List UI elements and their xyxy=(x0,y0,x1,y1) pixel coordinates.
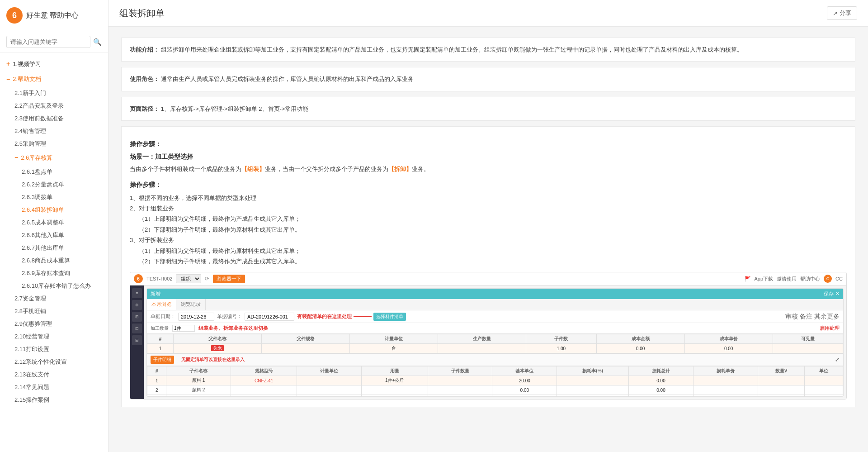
refresh-icon[interactable]: ⟳ xyxy=(205,276,209,282)
sth-sub-qty: 子件数量 xyxy=(428,366,492,376)
sidebar-item-cases[interactable]: 2.15操作案例 xyxy=(0,394,108,406)
sidebar-item-online-pay[interactable]: 2.13在线支付 xyxy=(0,368,108,381)
sidebar-item-print[interactable]: 2.11打印设置 xyxy=(0,343,108,356)
sidebar-item-new-user[interactable]: 2.1新手入门 xyxy=(0,87,108,100)
step2-1: （1）上部明细为父件明细，最终作为产成品生成其它入库单； xyxy=(139,214,847,224)
std-num: 1 xyxy=(147,376,166,385)
sidebar-item-other-in[interactable]: 2.6.6其他入库单 xyxy=(0,229,108,242)
std-qty-v xyxy=(758,376,805,385)
th-cost-amt: 成本金额 xyxy=(596,334,684,344)
app-dropdown[interactable]: 组织 xyxy=(176,274,201,283)
function-intro-label: 功能介绍： xyxy=(130,46,159,53)
sth-loss-total: 损耗总计 xyxy=(629,366,693,376)
std-sub-qty xyxy=(428,376,492,385)
sidebar-item-help-docs[interactable]: − 2.帮助文档 xyxy=(0,72,108,87)
sidebar-item-faq[interactable]: 2.14常见问题 xyxy=(0,381,108,394)
nav-icon-3[interactable]: ⊞ xyxy=(132,312,142,322)
sidebar-item-stock-check[interactable]: 2.6.9库存账本查询 xyxy=(0,267,108,280)
window-close[interactable]: ✕ xyxy=(835,291,840,297)
sidebar-item-cost-recalc[interactable]: 2.6.8商品成本重算 xyxy=(0,254,108,267)
avatar-small: C xyxy=(824,275,832,283)
app-icon: App下载 xyxy=(755,276,774,282)
date-input[interactable] xyxy=(178,313,214,321)
sidebar-nav: + 1.视频学习 − 2.帮助文档 2.1新手入门 2.2产品安装及登录 2.3… xyxy=(0,53,108,452)
window-save[interactable]: 保存 xyxy=(824,290,834,297)
app-main-area: 新增 保存 ✕ 本月浏览 浏览 xyxy=(144,285,846,399)
sth-amount: 用量 xyxy=(361,366,428,376)
nav-icon-5[interactable]: ⊟ xyxy=(132,335,142,345)
sub-table-row: 1 颜料 1 CNFZ-41 1件+公斤 20.00 xyxy=(147,376,843,385)
search-icon[interactable]: 🔍 xyxy=(93,38,102,46)
sidebar-item-purchase[interactable]: 2.5采购管理 xyxy=(0,138,108,150)
function-intro-block: 功能介绍： 组装拆卸单用来处理企业组装或拆卸等加工业务，支持有固定装配清单的产品… xyxy=(121,38,855,62)
tab-browse-history[interactable]: 浏览记录 xyxy=(176,299,206,310)
sidebar-item-cost-adjust[interactable]: 2.6.5成本调整单 xyxy=(0,216,108,229)
td-cost-price-val: 0.00 xyxy=(684,344,773,353)
combo-section: 加工数量 组装业务、拆卸业务在这里切换 启用处理 xyxy=(147,323,843,334)
std-unit2 xyxy=(805,376,843,385)
nav-icon-4[interactable]: ⊡ xyxy=(132,324,142,333)
nav-icon-1[interactable]: ≡ xyxy=(132,288,142,298)
sth-spec: 规格型号 xyxy=(231,366,297,376)
scene1-desc: 当由多个子件材料组装成一个成品的业务为【组装】业务，当由一个父件拆分成多个子产品… xyxy=(130,164,847,174)
sth-loss: 损耗率(%) xyxy=(557,366,629,376)
path-block: 页面路径： 1、库存核算->库存管理->组装拆卸单 2、首页->常用功能 xyxy=(121,97,855,121)
th-sub-count: 子件数 xyxy=(526,334,596,344)
std-spec: CNFZ-41 xyxy=(231,376,297,385)
sidebar-item-other-out[interactable]: 2.6.7其他出库单 xyxy=(0,242,108,254)
expand-icon-sub[interactable]: ⤢ xyxy=(835,357,840,363)
browser-btn[interactable]: 浏览器一下 xyxy=(213,275,245,283)
select-bom-btn[interactable]: 选择料件清单 xyxy=(373,313,406,321)
app-screenshot: 6 TEST-H002 组织 ⟳ 浏览器一下 🚩 App下载 邀请使用 帮助中心… xyxy=(130,272,846,399)
sidebar-item-video[interactable]: + 1.视频学习 xyxy=(0,57,108,72)
app-logo-small: 6 xyxy=(134,274,143,283)
logo-icon: 6 xyxy=(6,7,23,24)
search-input[interactable] xyxy=(6,36,90,48)
sidebar-item-custom[interactable]: 2.12系统个性化设置 xyxy=(0,356,108,368)
sidebar-item-mobile[interactable]: 2.8手机旺铺 xyxy=(0,305,108,318)
sidebar-item-transfer[interactable]: 2.6.3调拨单 xyxy=(0,191,108,204)
sidebar-item-ops[interactable]: 2.10经营管理 xyxy=(0,330,108,343)
th-parent-spec: 父件规格 xyxy=(262,334,350,344)
step3: 3、对于拆装业务 xyxy=(130,235,847,245)
sth-qty-v: 数量V xyxy=(758,366,805,376)
td-prod-qty xyxy=(438,344,526,353)
sth-loss-price: 损耗单价 xyxy=(693,366,758,376)
nav-icon-2[interactable]: ⊕ xyxy=(132,300,142,310)
sidebar-item-partial-stocktake[interactable]: 2.6.2分量盘点单 xyxy=(0,178,108,191)
sidebar-item-assembly[interactable]: 2.6.4组装拆卸单 xyxy=(0,204,108,216)
sidebar-item-before-use[interactable]: 2.3使用前数据准备 xyxy=(0,112,108,125)
sub-section-header: 子件明细 无固定清单可以直接在这里录入 ⤢ xyxy=(147,353,843,366)
qty-label: 加工数量 xyxy=(151,325,169,332)
table-row: 1 关米 台 1.00 xyxy=(147,344,843,353)
tab-browse-month[interactable]: 本月浏览 xyxy=(147,299,176,310)
sidebar-item-coupon[interactable]: 2.9优惠券管理 xyxy=(0,318,108,330)
app-top-icons: 🚩 App下载 邀请使用 帮助中心 C CC xyxy=(745,275,843,283)
qty-input[interactable] xyxy=(172,325,195,332)
sidebar-item-sales[interactable]: 2.4销售管理 xyxy=(0,125,108,138)
user-name: CC xyxy=(835,276,843,281)
role-label: 使用角色： xyxy=(130,76,159,82)
sub-table: # 子件名称 规格型号 计量单位 用量 子件数量 基本单位 损耗 xyxy=(147,366,843,397)
sidebar-item-account-error[interactable]: 2.6.10库存账本错了怎么办 xyxy=(0,280,108,292)
sidebar-item-stocktake[interactable]: 2.6.1盘点单 xyxy=(0,166,108,178)
td-num: 1 xyxy=(147,344,174,353)
sidebar-item-inventory[interactable]: − 2.6库存核算 xyxy=(0,150,108,166)
sidebar-item-finance[interactable]: 2.7资金管理 xyxy=(0,292,108,305)
more-options[interactable]: 审核 备注 其余更多 xyxy=(785,313,840,321)
th-unit: 计量单位 xyxy=(350,334,438,344)
docno-input[interactable] xyxy=(245,313,294,321)
annotation1-area: 有装配清单的在这里处理 选择料件清单 xyxy=(297,312,406,321)
sub-section-label: 子件明细 xyxy=(151,356,174,364)
std-loss xyxy=(557,376,629,385)
sth-num: # xyxy=(147,366,166,376)
role-block: 使用角色： 通常由生产人员或库管人员完成拆装业务的操作，库管人员确认原材料的出库… xyxy=(121,67,855,91)
share-button[interactable]: ↗ 分享 xyxy=(827,6,857,20)
function-intro-text: 组装拆卸单用来处理企业组装或拆卸等加工业务，支持有固定装配清单的产品加工业务，也… xyxy=(161,46,743,53)
step2-sub: （1）上部明细为父件明细，最终作为产成品生成其它入库单； （2）下部明细为子件明… xyxy=(139,214,847,235)
sub-table-row: 3 0.00 0.00 xyxy=(147,395,843,397)
step3-sub: （1）上部明细为父件明细，最终作为原材料生成其它出库单； （2）下部明细为子件明… xyxy=(139,246,847,267)
th-cost-price: 成本单价 xyxy=(684,334,773,344)
sidebar-item-install[interactable]: 2.2产品安装及登录 xyxy=(0,100,108,112)
page-title: 组装拆卸单 xyxy=(119,7,165,19)
